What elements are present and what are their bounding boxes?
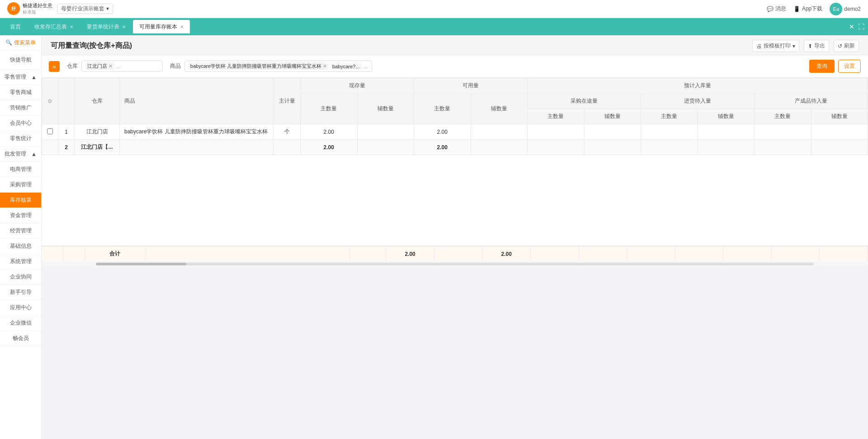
product-filter: 商品 babycare学饮杯 儿童防摔防撞吸管杯重力球吸嘴杯宝宝水杯 ✕ bab…: [170, 61, 372, 72]
cell-incoming-sub: [698, 124, 755, 140]
tab-bar-actions: ✕ ⛶: [849, 23, 864, 30]
finance-label: 资金管理: [10, 212, 32, 218]
footer-pt-main: [579, 246, 627, 261]
cell-incoming-main: [641, 124, 698, 140]
sidebar-item-retail-stats[interactable]: 零售统计: [0, 131, 41, 146]
quick-nav-item[interactable]: 快捷导航: [0, 51, 41, 70]
sidebar: 🔍 搜索菜单 快捷导航 零售管理 ▲ 零售商城 营销推广 会员中心 零售统计: [0, 35, 42, 439]
top-bar-left: 好 畅捷通好生意 标准版 母婴行业演示账套 ▾: [7, 2, 113, 15]
purchase-label: 采购管理: [10, 181, 32, 188]
scrollbar-thumb[interactable]: [96, 263, 186, 265]
warehouse-filter-more[interactable]: ...: [116, 63, 121, 70]
filter-expand-button[interactable]: »: [49, 61, 60, 72]
group-no-cell: 2: [58, 140, 75, 155]
row-checkbox[interactable]: [47, 128, 53, 134]
tab-home[interactable]: 首页: [4, 20, 27, 33]
tab-order-stats[interactable]: 要货单统计表 ✕: [80, 20, 132, 33]
app-download-label: App下载: [802, 5, 822, 13]
logo-sub: 标准版: [23, 9, 52, 15]
footer-stock-main: 2.00: [386, 246, 434, 261]
vip-label: 畅会员: [13, 335, 29, 341]
footer-stock-sub: [434, 246, 482, 261]
refresh-button[interactable]: ↺ 刷新: [834, 40, 859, 52]
inventory-label: 库存核算: [10, 197, 32, 203]
close-all-tabs-icon[interactable]: ✕: [849, 23, 854, 30]
footer-available-sub: [530, 246, 579, 261]
sidebar-item-purchase[interactable]: 采购管理: [0, 177, 41, 193]
remove-product-tag-1[interactable]: ✕: [323, 63, 327, 69]
sidebar-section-retail-header[interactable]: 零售管理 ▲: [0, 70, 41, 85]
cell-no: 1: [58, 124, 75, 140]
sidebar-item-vip[interactable]: 畅会员: [0, 331, 41, 346]
remove-warehouse-tag[interactable]: ✕: [108, 63, 113, 69]
filter-area: » 仓库 江北门店 ✕ ... 商品 babycare学饮杯 儿童防摔防撞吸管杯…: [42, 55, 868, 78]
main-layout: 🔍 搜索菜单 快捷导航 零售管理 ▲ 零售商城 营销推广 会员中心 零售统计: [0, 35, 868, 439]
query-button[interactable]: 查询: [809, 60, 835, 73]
th-settings[interactable]: ⚙: [42, 78, 58, 124]
expand-arrows-icon: »: [52, 63, 56, 70]
top-bar: 好 畅捷通好生意 标准版 母婴行业演示账套 ▾ 💬 消息 📱 App下载 Ea …: [0, 0, 868, 18]
print-button[interactable]: 🖨 按模板打印 ▾: [752, 40, 799, 52]
content-area: 可用量查询(按仓库+商品) 🖨 按模板打印 ▾ ⬆ 导出 ↺ 刷新: [42, 35, 868, 439]
page-title: 可用量查询(按仓库+商品): [51, 41, 132, 51]
message-button[interactable]: 💬 消息: [767, 5, 786, 13]
sidebar-item-member[interactable]: 会员中心: [0, 116, 41, 131]
app-download-button[interactable]: 📱 App下载: [793, 5, 822, 13]
horizontal-scrollbar[interactable]: [42, 261, 868, 267]
footer-in-sub: [723, 246, 772, 261]
operations-label: 经营管理: [10, 227, 32, 234]
mobile-icon: 📱: [793, 6, 800, 12]
tab-receive-send[interactable]: 收发存汇总表 ✕: [28, 20, 80, 33]
avatar: Ea: [830, 3, 842, 15]
enterprise-label: 企业协同: [10, 274, 32, 280]
tenant-selector[interactable]: 母婴行业演示账套 ▾: [57, 4, 113, 14]
scrollbar-track[interactable]: [96, 263, 814, 265]
close-tab-available-stock[interactable]: ✕: [180, 24, 184, 29]
sidebar-item-operations[interactable]: 经营管理: [0, 223, 41, 239]
sidebar-item-enterprise[interactable]: 企业协同: [0, 269, 41, 285]
close-tab-receive-send[interactable]: ✕: [70, 24, 73, 29]
cell-checkbox[interactable]: [42, 124, 58, 140]
footer-empty-unit: [350, 246, 386, 261]
product-filter-more[interactable]: ...: [363, 63, 368, 70]
th-production-main: 主数量: [755, 109, 811, 124]
product-filter-label: 商品: [170, 62, 181, 70]
sidebar-item-inventory[interactable]: 库存核算: [0, 193, 41, 208]
warehouse-tag-area[interactable]: 江北门店 ✕ ...: [81, 61, 163, 72]
user-area[interactable]: Ea demo2: [830, 3, 861, 15]
sidebar-section-wholesale-header[interactable]: 批发管理 ▲: [0, 146, 41, 162]
warehouse-tag-text: 江北门店: [87, 63, 107, 70]
group-p-transit-main: [528, 140, 585, 155]
group-incoming-sub: [698, 140, 755, 155]
sidebar-item-ecommerce[interactable]: 电商管理: [0, 162, 41, 177]
group-production-sub: [811, 140, 868, 155]
sidebar-item-newbie[interactable]: 新手引导: [0, 285, 41, 300]
cell-stock-sub: [357, 124, 414, 140]
table-row: 1 江北门店 babycare学饮杯 儿童防摔防撞吸管杯重力球吸嘴杯宝宝水杯 个…: [42, 124, 868, 140]
search-icon: 🔍: [5, 39, 12, 46]
expand-icon[interactable]: ⛶: [858, 23, 864, 30]
sidebar-item-app-center[interactable]: 应用中心: [0, 300, 41, 316]
cell-unit: 个: [274, 124, 301, 140]
product-tag-area[interactable]: babycare学饮杯 儿童防摔防撞吸管杯重力球吸嘴杯宝宝水杯 ✕ babyca…: [184, 61, 372, 72]
member-label: 会员中心: [10, 120, 32, 126]
th-available-main: 主数量: [414, 94, 471, 124]
sidebar-item-marketing[interactable]: 营销推广: [0, 100, 41, 116]
sidebar-item-finance[interactable]: 资金管理: [0, 208, 41, 223]
search-menu-button[interactable]: 🔍 搜索菜单: [0, 35, 41, 51]
export-label: 导出: [814, 42, 825, 50]
sidebar-item-retail-mall[interactable]: 零售商城: [0, 85, 41, 100]
sidebar-item-basic[interactable]: 基础信息: [0, 239, 41, 254]
tab-available-stock[interactable]: 可用量库存账本 ✕: [133, 20, 190, 33]
collapse-icon: ▲: [31, 74, 37, 80]
close-tab-order-stats[interactable]: ✕: [122, 24, 126, 29]
sidebar-item-wechat[interactable]: 企业微信: [0, 316, 41, 331]
export-button[interactable]: ⬆ 导出: [804, 40, 829, 52]
table-footer: 合计 2.00 2.00: [42, 245, 868, 261]
setting-button[interactable]: 设置: [838, 60, 861, 73]
settings-icon[interactable]: ⚙: [47, 98, 52, 104]
footer-empty-product: [145, 246, 350, 261]
footer-row: 合计 2.00 2.00: [42, 246, 868, 261]
sidebar-item-system[interactable]: 系统管理: [0, 254, 41, 269]
th-available-group: 可用量: [414, 78, 528, 94]
